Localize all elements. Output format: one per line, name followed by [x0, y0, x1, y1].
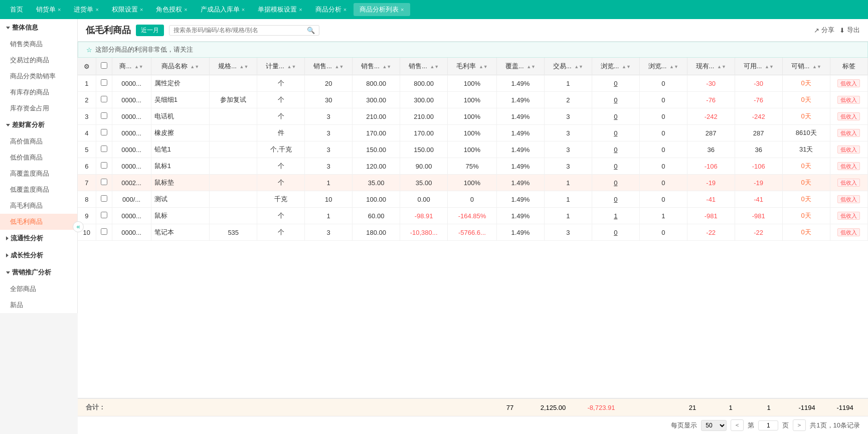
sort-coverage-icon[interactable]: ▲▼: [527, 64, 536, 69]
sort-current-stock-icon[interactable]: ▲▼: [717, 64, 726, 69]
col-gross-rate[interactable]: 毛利率 ▲▼: [448, 58, 497, 75]
sidebar-item-low-coverage[interactable]: 低覆盖度商品: [0, 182, 77, 198]
sidebar-item-high-margin[interactable]: 高毛利商品: [0, 198, 77, 214]
sidebar-item-capital[interactable]: 库存资金占用: [0, 100, 77, 116]
nav-close-product-analysis-list[interactable]: ×: [401, 7, 404, 13]
col-sales-qty[interactable]: 销售... ▲▼: [305, 58, 353, 75]
sort-trade-icon[interactable]: ▲▼: [574, 64, 583, 69]
nav-finished-goods[interactable]: 产成品入库单 ×: [195, 3, 251, 16]
nav-close-sales[interactable]: ×: [58, 7, 61, 13]
nav-close-purchase[interactable]: ×: [95, 7, 98, 13]
row-name[interactable]: 电话机: [151, 108, 210, 125]
nav-template-settings[interactable]: 单据模板设置 ×: [252, 3, 308, 16]
col-sales-amount[interactable]: 销售... ▲▼: [353, 58, 400, 75]
col-sales-profit[interactable]: 销售... ▲▼: [400, 58, 448, 75]
row-browse1[interactable]: 0: [592, 224, 639, 241]
time-tab-button[interactable]: 近一月: [136, 25, 164, 36]
row-name[interactable]: 鼠标: [151, 208, 210, 224]
col-unit[interactable]: 计量... ▲▼: [257, 58, 305, 75]
sort-spec-icon[interactable]: ▲▼: [240, 64, 249, 69]
row-checkbox[interactable]: [96, 92, 112, 108]
sidebar-group-overall[interactable]: 整体信息: [0, 19, 77, 36]
sidebar-group-liquidity[interactable]: 流通性分析: [0, 230, 77, 247]
row-checkbox[interactable]: [96, 75, 112, 92]
sort-code-icon[interactable]: ▲▼: [134, 64, 143, 69]
col-browse2[interactable]: 浏览... ▲▼: [639, 58, 687, 75]
search-input[interactable]: [173, 27, 307, 34]
row-name[interactable]: 属性定价: [151, 75, 210, 92]
nav-close-template-settings[interactable]: ×: [299, 7, 302, 13]
col-code[interactable]: 商... ▲▼: [112, 58, 151, 75]
col-settings[interactable]: ⚙: [78, 58, 96, 75]
row-checkbox[interactable]: [96, 175, 112, 191]
row-checkbox[interactable]: [96, 108, 112, 125]
nav-close-product-analysis[interactable]: ×: [343, 7, 346, 13]
col-tag[interactable]: 标签: [830, 58, 867, 75]
nav-permissions[interactable]: 权限设置 ×: [106, 3, 149, 16]
sidebar-group-marketing[interactable]: 营销推广分析: [0, 264, 77, 281]
row-checkbox[interactable]: [96, 125, 112, 141]
page-size-select[interactable]: 50 20 100: [701, 420, 727, 431]
export-button[interactable]: ⬇ 导出: [839, 26, 860, 35]
row-browse1[interactable]: 0: [592, 125, 639, 141]
sidebar-item-traded-goods[interactable]: 交易过的商品: [0, 52, 77, 68]
sort-saleable-icon[interactable]: ▲▼: [812, 64, 821, 69]
row-browse1[interactable]: 0: [592, 92, 639, 108]
sidebar-item-new-goods[interactable]: 新品: [0, 297, 77, 313]
nav-home[interactable]: 首页: [4, 3, 29, 16]
row-checkbox[interactable]: [96, 158, 112, 175]
sort-name-icon[interactable]: ▲▼: [190, 64, 199, 69]
col-available[interactable]: 可用... ▲▼: [735, 58, 782, 75]
sort-sales-amount-icon[interactable]: ▲▼: [382, 64, 391, 69]
row-checkbox[interactable]: [96, 191, 112, 208]
sort-sales-profit-icon[interactable]: ▲▼: [430, 64, 439, 69]
row-name[interactable]: 吴细细1: [151, 92, 210, 108]
prev-page-button[interactable]: ＜: [731, 419, 744, 431]
row-checkbox[interactable]: [96, 224, 112, 241]
nav-purchase[interactable]: 进货单 ×: [68, 3, 104, 16]
row-name[interactable]: 鼠标1: [151, 158, 210, 175]
row-checkbox[interactable]: [96, 208, 112, 224]
row-name[interactable]: 测试: [151, 191, 210, 208]
col-saleable[interactable]: 可销... ▲▼: [782, 58, 830, 75]
row-name[interactable]: 铅笔1: [151, 141, 210, 158]
sidebar-group-growth[interactable]: 成长性分析: [0, 247, 77, 264]
row-browse1[interactable]: 0: [592, 175, 639, 191]
sidebar-item-sales-goods[interactable]: 销售类商品: [0, 36, 77, 52]
row-browse1[interactable]: 0: [592, 141, 639, 158]
next-page-button[interactable]: ＞: [793, 419, 806, 431]
sidebar-item-all-goods[interactable]: 全部商品: [0, 281, 77, 297]
sidebar-item-high-coverage[interactable]: 高覆盖度商品: [0, 166, 77, 182]
sort-available-icon[interactable]: ▲▼: [765, 64, 774, 69]
share-button[interactable]: ↗ 分享: [814, 26, 834, 35]
col-spec[interactable]: 规格... ▲▼: [210, 58, 257, 75]
sidebar-item-in-stock[interactable]: 有库存的商品: [0, 84, 77, 100]
row-name[interactable]: 橡皮擦: [151, 125, 210, 141]
row-browse1[interactable]: 0: [592, 75, 639, 92]
row-checkbox[interactable]: [96, 141, 112, 158]
select-all-checkbox[interactable]: [101, 62, 107, 69]
settings-icon[interactable]: ⚙: [84, 63, 90, 70]
sort-browse1-icon[interactable]: ▲▼: [622, 64, 631, 69]
sidebar-item-category-rate[interactable]: 商品分类助销率: [0, 68, 77, 84]
row-browse1[interactable]: 1: [592, 208, 639, 224]
nav-close-permissions[interactable]: ×: [140, 7, 143, 13]
sort-browse2-icon[interactable]: ▲▼: [669, 64, 678, 69]
sort-gross-rate-icon[interactable]: ▲▼: [479, 64, 488, 69]
nav-product-analysis-list[interactable]: 商品分析列表 ×: [354, 3, 410, 16]
sidebar-item-high-value[interactable]: 高价值商品: [0, 133, 77, 150]
sidebar-collapse-button[interactable]: «: [73, 221, 84, 232]
sidebar-item-low-value[interactable]: 低价值商品: [0, 150, 77, 166]
sidebar-item-low-margin[interactable]: 低毛利商品: [0, 214, 77, 230]
page-number-input[interactable]: [758, 420, 778, 430]
nav-close-finished-goods[interactable]: ×: [242, 7, 245, 13]
sort-unit-icon[interactable]: ▲▼: [287, 64, 296, 69]
col-browse1[interactable]: 浏览... ▲▼: [592, 58, 639, 75]
row-browse1[interactable]: 0: [592, 158, 639, 175]
nav-sales[interactable]: 销货单 ×: [30, 3, 67, 16]
row-name[interactable]: 鼠标垫: [151, 175, 210, 191]
row-name[interactable]: 笔记本: [151, 224, 210, 241]
col-trade-count[interactable]: 交易... ▲▼: [544, 58, 592, 75]
col-name[interactable]: 商品名称 ▲▼: [151, 58, 210, 75]
sort-sales-qty-icon[interactable]: ▲▼: [334, 64, 343, 69]
